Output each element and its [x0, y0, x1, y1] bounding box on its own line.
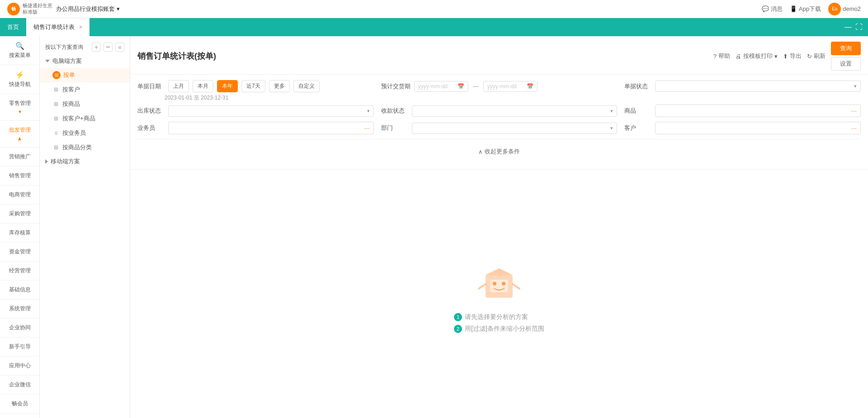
scheme-item-customer-product[interactable]: ⊞ 按客户+商品: [40, 111, 130, 126]
main-layout: 🔍 搜索菜单 ⚡ 快捷导航 零售管理 ▾ 批发管理 ▲ 营销推广 销售管理 电商…: [0, 36, 868, 418]
tab-home[interactable]: 首页: [0, 18, 26, 36]
dept-select[interactable]: ▾: [412, 123, 618, 134]
logo-text: 畅捷通好生意 标准版: [23, 3, 52, 14]
app-download-button[interactable]: 📱 App下载: [790, 5, 821, 13]
pc-scheme-group-title[interactable]: 电脑端方案: [40, 54, 130, 68]
date-btn-custom[interactable]: 自定义: [293, 80, 320, 92]
right-content: 销售订单统计表(按单) ? 帮助 🖨 按模板打印 ▾ ⬆ 导出: [130, 36, 868, 418]
plus-icon: +: [94, 43, 98, 51]
empty-tips: 1 请先选择要分析的方案 2 用[过滤]条件来缩小分析范围: [454, 313, 544, 333]
logo-icon: 畅: [7, 3, 20, 15]
collapse-more-button[interactable]: ∧ 收起更多条件: [478, 147, 520, 156]
sidebar-item-inventory[interactable]: 库存核算: [0, 223, 39, 242]
print-icon: 🖨: [736, 53, 741, 60]
date-btn-this-year[interactable]: 本年: [217, 80, 238, 92]
scheme-item-order[interactable]: 按 按单: [40, 68, 130, 82]
tab-bar-right: — ⛶: [844, 23, 868, 31]
expected-date-end[interactable]: yyyy-mm-dd 📅: [483, 81, 538, 92]
sidebar-item-search[interactable]: 🔍 搜索菜单: [0, 36, 39, 65]
delivery-status-select[interactable]: ▾: [168, 105, 374, 117]
salesman-input[interactable]: ···: [168, 122, 374, 134]
chevron-down-icon: ▾: [117, 5, 120, 12]
delivery-status-label: 出库状态: [137, 107, 165, 115]
search-icon: 🔍: [15, 42, 24, 50]
payment-status-section: 收款状态 ▾: [381, 105, 618, 117]
customer-label: 客户: [624, 124, 651, 132]
date-buttons-row: 上月 本月 本年 近7天 更多 自定义: [168, 80, 320, 92]
minimize-icon[interactable]: —: [844, 23, 852, 31]
product-input[interactable]: ···: [655, 104, 861, 117]
tab-close-icon[interactable]: ×: [79, 24, 82, 30]
setup-button[interactable]: 设置: [831, 57, 861, 71]
mobile-scheme-group-title[interactable]: 移动端方案: [40, 155, 130, 168]
collapse-panel-button[interactable]: «: [115, 43, 124, 52]
sidebar-item-newbie[interactable]: 新手引导: [0, 337, 39, 356]
product-more-icon[interactable]: ···: [851, 107, 857, 114]
customer-input[interactable]: ···: [655, 122, 861, 134]
delivery-status-section: 出库状态 ▾: [137, 105, 374, 117]
order-status-arrow: ▾: [854, 83, 857, 89]
export-button[interactable]: ⬆ 导出: [783, 52, 802, 60]
page-actions: ? 帮助 🖨 按模板打印 ▾ ⬆ 导出 ↻ 刷新: [713, 42, 861, 71]
collapse-row: ∧ 收起更多条件: [137, 139, 861, 164]
sidebar-item-marketing[interactable]: 营销推广: [0, 147, 39, 166]
scheme-item-customer[interactable]: ⊞ 按客户: [40, 82, 130, 97]
payment-status-select[interactable]: ▾: [412, 105, 618, 117]
message-button[interactable]: 💬 消息: [762, 5, 783, 13]
empty-state: 1 请先选择要分析的方案 2 用[过滤]条件来缩小分析范围: [130, 170, 868, 418]
refresh-button[interactable]: ↻ 刷新: [807, 52, 826, 60]
sidebar-item-app-center[interactable]: 应用中心: [0, 356, 39, 375]
export-icon: ⬆: [783, 53, 788, 60]
sidebar-item-ecommerce[interactable]: 电商管理: [0, 185, 39, 204]
add-scheme-button[interactable]: +: [92, 43, 101, 52]
help-button[interactable]: ? 帮助: [713, 52, 730, 60]
dept-section: 部门 ▾: [381, 123, 618, 134]
scheme-item-salesman[interactable]: ≡ 按业务员: [40, 126, 130, 140]
tab-current[interactable]: 销售订单统计表 ×: [26, 18, 90, 36]
pc-scheme-group: 电脑端方案 按 按单 ⊞ 按客户 ⊞ 按商品 ⊞ 按客户+商品: [40, 54, 130, 155]
svg-point-3: [502, 282, 505, 285]
print-button[interactable]: 🖨 按模板打印 ▾: [736, 52, 778, 60]
sidebar-item-nav[interactable]: ⚡ 快捷导航: [0, 65, 39, 94]
customer-section: 客户 ···: [624, 122, 861, 134]
message-icon: 💬: [762, 5, 769, 12]
sidebar-item-purchase[interactable]: 采购管理: [0, 204, 39, 223]
sidebar-item-retail[interactable]: 零售管理 ▾: [0, 94, 39, 121]
expected-date-start[interactable]: yyyy-mm-dd 📅: [414, 81, 468, 92]
sidebar-item-member[interactable]: 畅会员: [0, 394, 39, 413]
date-btn-more[interactable]: 更多: [269, 80, 290, 92]
sidebar-item-wechat[interactable]: 企业微信: [0, 375, 39, 394]
page-title: 销售订单统计表(按单): [137, 51, 216, 62]
sidebar-item-sales[interactable]: 销售管理: [0, 166, 39, 185]
sidebar-item-operation[interactable]: 经营管理: [0, 261, 39, 280]
scheme-customer-icon: ⊞: [52, 86, 60, 93]
sidebar-item-corp-collab[interactable]: 企业协同: [0, 318, 39, 337]
date-btn-last-month[interactable]: 上月: [168, 80, 189, 92]
scheme-order-icon: 按: [52, 71, 61, 79]
scheme-salesman-icon: ≡: [52, 129, 60, 137]
date-btn-7days[interactable]: 近7天: [241, 80, 265, 92]
filter-row-3: 业务员 ··· 部门 ▾ 客户: [137, 122, 861, 134]
top-bar: 畅 畅捷通好生意 标准版 办公用品行业模拟账套 ▾ 💬 消息 📱 App下载 E…: [0, 0, 868, 18]
sidebar-item-basic[interactable]: 基础信息: [0, 280, 39, 299]
order-status-select[interactable]: ▾: [655, 81, 861, 92]
avatar: Ea: [828, 3, 841, 15]
scheme-item-category[interactable]: ⊞ 按商品分类: [40, 140, 130, 155]
user-menu[interactable]: Ea demo2: [828, 3, 861, 15]
company-selector[interactable]: 办公用品行业模拟账套 ▾: [56, 5, 120, 13]
query-button[interactable]: 查询: [831, 42, 861, 55]
empty-illustration: [474, 255, 524, 306]
sidebar-item-finance[interactable]: 资金管理: [0, 242, 39, 261]
customer-more-icon[interactable]: ···: [851, 124, 857, 132]
left-panel-header: 按以下方案查询 + ✏ «: [40, 40, 130, 54]
svg-point-2: [493, 282, 496, 285]
salesman-more-icon[interactable]: ···: [364, 124, 370, 132]
date-btn-this-month[interactable]: 本月: [193, 80, 213, 92]
delivery-arrow: ▾: [367, 108, 370, 114]
sidebar-item-system[interactable]: 系统管理: [0, 299, 39, 318]
maximize-icon[interactable]: ⛶: [855, 23, 863, 31]
empty-tip-1: 1 请先选择要分析的方案: [454, 313, 544, 321]
sidebar-item-wholesale[interactable]: 批发管理 ▲: [0, 121, 39, 147]
edit-scheme-button[interactable]: ✏: [104, 43, 113, 52]
scheme-item-product[interactable]: ⊞ 按商品: [40, 97, 130, 111]
